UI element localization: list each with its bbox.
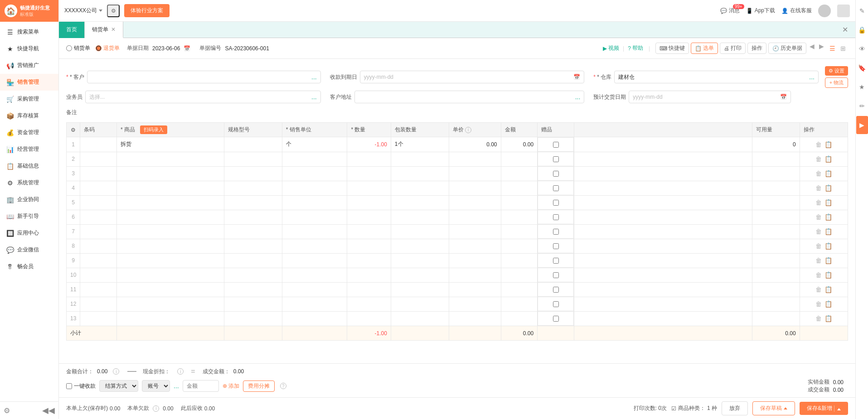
remark-cell-1[interactable] [574,137,752,152]
qty-cell-9[interactable] [347,253,391,268]
topbar-settings-button[interactable]: ⚙ [107,5,120,17]
qty-cell-8[interactable] [347,239,391,253]
row-delete-icon-9[interactable]: 🗑 [815,257,822,264]
unit-price-cell-7[interactable] [449,224,501,239]
onestep-payment-checkbox[interactable]: 一键收款 [66,382,96,390]
flow-btn[interactable]: + 物流 [825,77,848,88]
shortcut-btn[interactable]: ⌨ 快捷键 [655,43,689,54]
unit-price-cell-4[interactable] [449,181,501,195]
pack-qty-cell-5[interactable] [391,195,449,210]
amount-cell-2[interactable] [501,152,538,166]
amount-cell-5[interactable] [501,195,538,210]
row-delete-icon-13[interactable]: 🗑 [815,315,822,322]
radio-return-order[interactable]: 退货单 [96,44,120,52]
unit-price-cell-8[interactable] [449,239,501,253]
payment-amount-input[interactable] [183,380,219,392]
salesperson-input[interactable]: 选择... ... [85,91,321,103]
expected-delivery-input[interactable]: yyyy-mm-dd 📅 [629,91,791,103]
pack-qty-cell-13[interactable] [391,311,449,326]
unit-price-cell-13[interactable] [449,311,501,326]
operation-btn[interactable]: 操作 [747,43,766,54]
settings-btn[interactable]: ⚙ 设置 [825,66,848,76]
sidebar-item-system[interactable]: ⚙ 系统管理 [0,174,58,191]
product-cell-13[interactable] [117,311,224,326]
row-copy-icon-7[interactable]: 📋 [824,228,832,235]
save-draft-btn[interactable]: 保存草稿 [752,401,795,415]
gift-cell-2[interactable] [538,152,574,166]
gift-cell-7[interactable] [538,224,574,239]
gift-checkbox-11[interactable] [553,287,559,293]
settlement-select[interactable]: 结算方式 [99,380,138,392]
qty-cell-12[interactable] [347,297,391,311]
select-btn[interactable]: 📋 选单 [691,43,718,54]
payment-dots-icon[interactable]: ... [174,382,179,390]
amount-cell-9[interactable] [501,253,538,268]
window-close-icon[interactable]: ✕ [839,25,852,34]
row-copy-icon-1[interactable]: 📋 [824,141,832,148]
warehouse-dots-icon[interactable]: ... [809,73,815,81]
unit-price-cell-1[interactable]: 0.00 [449,137,501,152]
abandon-btn[interactable]: 放弃 [722,401,748,415]
spec-cell-5[interactable] [224,195,282,210]
sidebar-item-corp-wechat[interactable]: 💬 企业微信 [0,241,58,258]
customer-input[interactable]: ... [87,71,321,83]
pack-qty-cell-7[interactable] [391,224,449,239]
sidebar-item-search[interactable]: ☰ 搜索菜单 [0,24,58,40]
unit-price-cell-11[interactable] [449,282,501,297]
gift-checkbox-6[interactable] [553,214,559,220]
history-btn[interactable]: 🕘 历史单据 [768,43,806,54]
sidebar-footer-settings-icon[interactable]: ⚙ [4,406,10,415]
user-menu-btn[interactable] [837,5,850,17]
row-delete-icon-4[interactable]: 🗑 [815,184,822,192]
qty-cell-13[interactable] [347,311,391,326]
spec-cell-3[interactable] [224,166,282,181]
sidebar-item-quick-nav[interactable]: ★ 快捷导航 [0,40,58,57]
sidebar-item-enterprise[interactable]: 🏢 企业协同 [0,191,58,208]
unit-price-cell-3[interactable] [449,166,501,181]
unit-cell-2[interactable] [282,152,347,166]
sidebar-item-marketing[interactable]: 📢 营销推广 [0,57,58,74]
unit-price-cell-6[interactable] [449,210,501,224]
amount-cell-10[interactable] [501,268,538,282]
pack-qty-cell-9[interactable] [391,253,449,268]
product-cell-8[interactable] [117,239,224,253]
product-cell-1[interactable]: 拆货 [117,137,224,152]
amount-cell-8[interactable] [501,239,538,253]
barcode-cell-10[interactable] [80,268,117,282]
user-avatar[interactable] [818,5,831,17]
qty-cell-11[interactable] [347,282,391,297]
help-link[interactable]: ? 帮助 [628,44,643,52]
unit-cell-11[interactable] [282,282,347,297]
barcode-cell-9[interactable] [80,253,117,268]
product-cell-6[interactable] [117,210,224,224]
gift-checkbox-10[interactable] [553,272,559,278]
product-cell-4[interactable] [117,181,224,195]
pack-qty-cell-12[interactable] [391,297,449,311]
expected-delivery-cal-icon[interactable]: 📅 [780,94,787,100]
row-copy-icon-11[interactable]: 📋 [824,286,832,293]
remark-cell-3[interactable] [574,166,752,181]
remark-cell-8[interactable] [574,239,752,253]
amount-cell-6[interactable] [501,210,538,224]
remark-cell-2[interactable] [574,152,752,166]
unit-cell-13[interactable] [282,311,347,326]
sidebar-item-operations[interactable]: 📊 经营管理 [0,141,58,158]
qty-cell-2[interactable] [347,152,391,166]
scan-btn[interactable]: 扫码录入 [140,125,167,134]
rsb-lock-btn[interactable]: 🔒 [856,21,868,39]
app-download-btn[interactable]: 📱 App下载 [746,7,775,14]
gift-checkbox-12[interactable] [553,301,559,307]
remark-cell-12[interactable] [574,297,752,311]
online-service-btn[interactable]: 👤 在线客服 [781,7,812,14]
rsb-bookmark-btn[interactable]: 🔖 [856,59,868,77]
row-delete-icon-3[interactable]: 🗑 [815,170,822,177]
remark-cell-9[interactable] [574,253,752,268]
sidebar-item-purchase[interactable]: 🛒 采购管理 [0,91,58,107]
gift-cell-10[interactable] [538,268,574,282]
list-view-icon[interactable]: ☰ [827,43,837,53]
sidebar-item-guide[interactable]: 📖 新手引导 [0,208,58,225]
unit-price-cell-5[interactable] [449,195,501,210]
rsb-eye-btn[interactable]: 👁 [856,40,868,58]
spec-cell-12[interactable] [224,297,282,311]
gift-cell-11[interactable] [538,282,574,297]
